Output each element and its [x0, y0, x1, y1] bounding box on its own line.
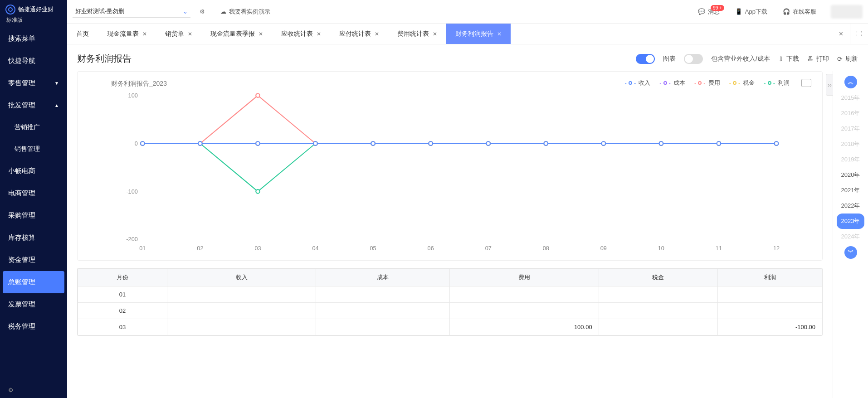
sidebar-item-label: 营销推广 — [15, 123, 40, 131]
brand-name: 畅捷通好业财 — [18, 5, 54, 14]
close-icon[interactable]: ✕ — [497, 31, 502, 37]
save-chart-icon[interactable] — [801, 79, 811, 87]
tab[interactable]: 费用统计表✕ — [388, 24, 446, 44]
sidebar-item[interactable]: 销售管理 — [0, 138, 67, 160]
year-up[interactable]: ︽ — [844, 76, 857, 88]
cell-tax — [599, 303, 718, 319]
svg-point-72 — [602, 141, 605, 145]
svg-text:02: 02 — [197, 245, 203, 252]
sidebar-item[interactable]: 电商管理 — [0, 182, 67, 204]
tab[interactable]: 首页 — [67, 24, 98, 44]
env-selector[interactable]: 好业财测试-量勿删 ⌄ — [73, 5, 190, 18]
close-icon[interactable]: ✕ — [317, 31, 321, 37]
sidebar-item-label: 采购管理 — [8, 211, 35, 220]
svg-text:07: 07 — [485, 245, 492, 252]
sidebar-item[interactable]: 搜索菜单 — [0, 28, 67, 50]
sidebar-item[interactable]: 快捷导航 — [0, 50, 67, 72]
messages-button[interactable]: 💬 消息 99 + — [692, 8, 725, 16]
legend-item[interactable]: --收入 — [625, 79, 651, 87]
toggle-chart[interactable] — [636, 54, 655, 64]
tab-label: 费用统计表 — [397, 30, 429, 38]
chart: 财务利润报告_2023 --收入--成本--费用--税金--利润 -200-10… — [77, 71, 823, 261]
close-icon[interactable]: ✕ — [188, 31, 192, 37]
year-item: 2017年 — [837, 121, 865, 136]
tab[interactable]: 现金流量表✕ — [98, 24, 156, 44]
tab[interactable]: 财务利润报告✕ — [446, 24, 511, 44]
toggle-extra[interactable] — [684, 54, 703, 64]
tab-label: 应付统计表 — [339, 30, 371, 38]
nav: 搜索菜单快捷导航零售管理▼批发管理▲营销推广销售管理小畅电商电商管理采购管理库存… — [0, 28, 67, 382]
brand-edition: 标准版 — [5, 16, 62, 24]
tab[interactable]: 现金流量表季报✕ — [201, 24, 272, 44]
download-button[interactable]: 📱 App下载 — [730, 8, 773, 16]
close-icon[interactable]: ✕ — [433, 31, 437, 37]
tabs: 首页现金流量表✕销货单✕现金流量表季报✕应收统计表✕应付统计表✕费用统计表✕财务… — [67, 24, 868, 44]
sidebar-item[interactable]: 零售管理▼ — [0, 72, 67, 94]
legend-item[interactable]: --税金 — [729, 79, 755, 87]
sidebar-item[interactable]: 库存核算 — [0, 227, 67, 249]
legend-label: 费用 — [708, 79, 720, 87]
close-icon[interactable]: ✕ — [375, 31, 379, 37]
service-button[interactable]: 🎧 在线客服 — [777, 8, 822, 16]
tab-fullscreen[interactable]: ⛶ — [850, 24, 868, 44]
svg-text:09: 09 — [600, 245, 607, 252]
legend-item[interactable]: --费用 — [694, 79, 720, 87]
tab-close-all[interactable]: ✕ — [832, 24, 850, 44]
svg-point-30 — [256, 189, 259, 193]
sidebar-item[interactable]: 小畅电商 — [0, 160, 67, 182]
cloud-icon: ☁ — [220, 8, 226, 15]
svg-text:03: 03 — [254, 245, 261, 252]
sidebar-item[interactable]: 采购管理 — [0, 204, 67, 227]
print-button[interactable]: 🖶 打印 — [807, 55, 829, 63]
cell-income — [167, 286, 316, 303]
close-icon[interactable]: ✕ — [258, 31, 263, 37]
chevron-down-icon: ⌄ — [183, 8, 188, 15]
caret-icon: ▼ — [54, 81, 59, 86]
legend-label: 收入 — [639, 79, 650, 87]
demo-link[interactable]: ☁ 我要看实例演示 — [220, 8, 270, 16]
cell-cost — [316, 286, 450, 303]
tab[interactable]: 销货单✕ — [156, 24, 201, 44]
close-icon[interactable]: ✕ — [142, 31, 147, 37]
table-row: 01 — [78, 286, 822, 303]
sidebar-item[interactable]: 总账管理 — [3, 271, 64, 293]
year-item[interactable]: 2020年 — [837, 167, 865, 183]
legend-item[interactable]: --成本 — [659, 79, 685, 87]
year-item[interactable]: 2022年 — [837, 198, 865, 214]
svg-text:06: 06 — [428, 245, 434, 252]
settings-icon[interactable]: ⚙ — [200, 8, 205, 15]
year-item: 2015年 — [837, 90, 865, 106]
sidebar-item-label: 资金管理 — [8, 256, 35, 264]
sidebar-item-label: 电商管理 — [8, 189, 35, 198]
sidebar-item[interactable]: 发票管理 — [0, 293, 67, 315]
sidebar-item[interactable]: 营销推广 — [0, 116, 67, 138]
chart-canvas: -200-1000100010203040506070809101112 — [88, 91, 811, 254]
year-item[interactable]: 2023年 — [837, 214, 865, 229]
year-down[interactable]: ︾ — [844, 246, 857, 259]
sidebar-item[interactable]: 税务管理 — [0, 315, 67, 338]
sidebar: 畅捷通好业财 标准版 搜索菜单快捷导航零售管理▼批发管理▲营销推广销售管理小畅电… — [0, 0, 67, 398]
brand-icon — [5, 5, 15, 15]
year-item[interactable]: 2021年 — [837, 183, 865, 198]
toggle-extra-label: 包含营业外收入/成本 — [711, 55, 770, 63]
tab[interactable]: 应收统计表✕ — [272, 24, 330, 44]
rail-expand[interactable]: ›› — [826, 74, 833, 96]
cell-expense — [450, 286, 599, 303]
legend-item[interactable]: --利润 — [764, 79, 790, 87]
svg-text:01: 01 — [139, 245, 146, 252]
refresh-button[interactable]: ⟳ 刷新 — [837, 55, 858, 63]
year-item: 2019年 — [837, 152, 865, 167]
sidebar-settings[interactable]: ⚙ — [0, 382, 67, 398]
svg-point-70 — [486, 141, 490, 145]
table-header: 税金 — [599, 269, 718, 286]
tab[interactable]: 应付统计表✕ — [330, 24, 388, 44]
gear-icon: ⚙ — [8, 387, 14, 393]
avatar[interactable] — [831, 5, 863, 19]
refresh-icon: ⟳ — [837, 55, 843, 63]
svg-text:11: 11 — [716, 245, 722, 252]
download-label: App下载 — [745, 8, 767, 16]
download-button[interactable]: ⇩ 下载 — [778, 55, 799, 63]
sidebar-item[interactable]: 批发管理▲ — [0, 94, 67, 116]
sidebar-item-label: 快捷导航 — [8, 57, 35, 65]
sidebar-item[interactable]: 资金管理 — [0, 249, 67, 271]
